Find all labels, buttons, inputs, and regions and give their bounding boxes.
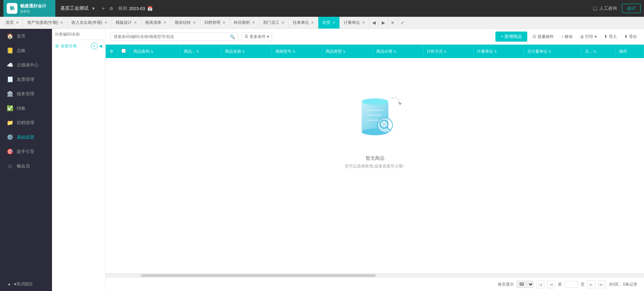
- th-unit[interactable]: 计量单位 ⇅: [473, 45, 524, 58]
- sort-extra-icon[interactable]: ⇅: [593, 50, 596, 53]
- tab-inventory-close-icon[interactable]: ✕: [332, 20, 335, 25]
- tab-balance-close-icon[interactable]: ✕: [60, 20, 63, 25]
- tab-bar: 首页 ✕ 资产负债表(中期) ✕ 收入支出表(年报) ✕ 模版设计 ✕ 税表清单…: [0, 17, 644, 29]
- scroll-bar-area[interactable]: [106, 273, 644, 277]
- add-product-button[interactable]: + 新增商品: [495, 32, 527, 42]
- sort-unit-icon[interactable]: ⇅: [494, 50, 497, 53]
- th-main-unit[interactable]: 主计量单位 ⇅: [524, 45, 582, 58]
- page-number-input[interactable]: 1: [565, 281, 578, 288]
- tab-counterparty[interactable]: 往来单位 ✕: [289, 17, 318, 29]
- add-workspace-icon[interactable]: ＋: [101, 5, 106, 12]
- tab-template-close-icon[interactable]: ✕: [134, 20, 137, 25]
- sidebar-item-settings[interactable]: ⚙️ 基础设置: [0, 130, 52, 144]
- sort-type-icon[interactable]: ⇅: [343, 50, 345, 53]
- move-button[interactable]: ↕ 移动: [559, 33, 575, 41]
- category-collapse-icon[interactable]: ◀: [99, 44, 102, 48]
- print-button[interactable]: 🖨 打印 ▾: [578, 33, 599, 41]
- th-spec[interactable]: 规格型号 ⇅: [272, 45, 322, 58]
- last-page-button[interactable]: ▶|: [598, 280, 606, 288]
- tab-department[interactable]: 部门员工 ✕: [259, 17, 289, 29]
- sidebar-collapse-button[interactable]: ◄ ◄取消固定: [0, 277, 52, 291]
- tab-subject-init[interactable]: 科目期初 ✕: [230, 17, 259, 29]
- tab-dept-close-icon[interactable]: ✕: [281, 20, 284, 25]
- sidebar-item-membership[interactable]: ◇ 畅会员: [0, 159, 52, 173]
- sort-price-icon[interactable]: ⇅: [444, 50, 446, 53]
- tax-icon: 🏛️: [7, 91, 13, 97]
- tab-home[interactable]: 首页 ✕: [2, 17, 23, 29]
- sort-spec-icon[interactable]: ⇅: [292, 50, 295, 53]
- table-settings-icon[interactable]: ⚙: [110, 49, 113, 54]
- th-product-name[interactable]: 商品名称 ⇅: [222, 45, 272, 58]
- tab-period-close[interactable]: 期末结转 ✕: [171, 17, 200, 29]
- tab-tax-list[interactable]: 税表清单 ✕: [141, 17, 171, 29]
- tab-unit[interactable]: 计量单位 ✕: [340, 17, 369, 29]
- th-extra[interactable]: 主... ⇅: [582, 45, 615, 58]
- top-bar: 畅 畅捷通好会计 旗舰版 基层工会测试 ▼ ＋ ⚙ 账期 2023-03 📅 🎧…: [0, 0, 644, 17]
- sidebar-item-close-account[interactable]: ✅ 结账: [0, 101, 52, 115]
- workspace-dropdown-icon[interactable]: ▼: [91, 6, 96, 11]
- tab-prev-icon[interactable]: ◀: [369, 17, 379, 29]
- sort-cat-icon[interactable]: ⇅: [393, 50, 396, 53]
- th-product-code[interactable]: 商品... ⇅: [180, 45, 222, 58]
- product-search-box[interactable]: 🔍: [111, 33, 238, 41]
- th-price-method[interactable]: 计价方式 ⇅: [423, 45, 473, 58]
- account-button[interactable]: 会计: [622, 4, 641, 13]
- tab-subject-close-icon[interactable]: ✕: [252, 20, 255, 25]
- sidebar-item-cloud-report[interactable]: ☁️ 云报表中心: [0, 58, 52, 72]
- page-size-select[interactable]: 50 100 200: [517, 281, 534, 288]
- product-table: ⚙ 商品条码 ⇅: [106, 45, 644, 58]
- sidebar-item-invoice[interactable]: 🧾 发票管理: [0, 72, 52, 87]
- tab-unit-close-icon[interactable]: ✕: [362, 20, 365, 25]
- next-page-button[interactable]: ▶: [587, 280, 595, 288]
- th-checkbox[interactable]: [118, 45, 130, 58]
- select-all-checkbox[interactable]: [121, 49, 126, 53]
- calendar-icon[interactable]: 📅: [147, 6, 153, 11]
- product-search-input[interactable]: [114, 34, 228, 39]
- th-settings[interactable]: ⚙: [106, 45, 118, 58]
- sort-main-unit-icon[interactable]: ⇅: [548, 50, 551, 53]
- tab-period-close-icon[interactable]: ✕: [193, 20, 196, 25]
- category-edit-icon[interactable]: ✎: [91, 43, 98, 49]
- tab-archive-close-icon[interactable]: ✕: [222, 20, 225, 25]
- sort-name-icon[interactable]: ⇅: [242, 50, 245, 53]
- page-label: 第: [558, 282, 562, 287]
- category-all-item[interactable]: ⊞ 全部分类 ✎ ◀: [52, 40, 105, 52]
- tab-template[interactable]: 模版设计 ✕: [112, 17, 141, 29]
- tab-expand-icon[interactable]: ⤢: [397, 17, 407, 29]
- total-label: 共0页，0条记录: [609, 282, 637, 287]
- first-page-button[interactable]: |◀: [536, 280, 544, 288]
- sort-barcode-icon[interactable]: ⇅: [151, 50, 153, 53]
- prev-page-button[interactable]: ◀: [547, 280, 555, 288]
- th-product-type[interactable]: 商品类型 ⇅: [322, 45, 373, 58]
- tab-archive[interactable]: 归档管理 ✕: [200, 17, 230, 29]
- service-button[interactable]: 🎧 人工咨询: [592, 5, 617, 11]
- th-product-category[interactable]: 商品分类 ⇅: [373, 45, 423, 58]
- tab-home-close-icon[interactable]: ✕: [16, 20, 19, 25]
- sidebar-item-archive[interactable]: 📁 归档管理: [0, 115, 52, 130]
- category-search-input[interactable]: [55, 32, 105, 37]
- sidebar-item-guide[interactable]: 🎯 新手引导: [0, 144, 52, 159]
- sort-code-icon[interactable]: ⇅: [196, 50, 199, 53]
- product-search-icon[interactable]: 🔍: [230, 34, 235, 39]
- tab-inventory[interactable]: 存货 ✕: [318, 17, 340, 29]
- pagination: 每页显示 50 100 200 |◀ ◀ 第 1 页 ▶ ▶| 共0页，0条记录: [106, 277, 644, 291]
- tab-tax-close-icon[interactable]: ✕: [163, 20, 166, 25]
- th-barcode[interactable]: 商品条码 ⇅: [130, 45, 180, 58]
- export-icon: ⬇: [624, 34, 628, 39]
- tab-income-statement[interactable]: 收入支出表(年报) ✕: [67, 17, 112, 29]
- tab-balance-sheet[interactable]: 资产负债表(中期) ✕: [23, 17, 67, 29]
- workspace-settings-icon[interactable]: ⚙: [109, 6, 113, 11]
- tab-close-all-icon[interactable]: ✕: [388, 17, 397, 29]
- sidebar-item-home[interactable]: 🏠 首页: [0, 29, 52, 43]
- horizontal-scrollbar-thumb[interactable]: [141, 274, 376, 277]
- sidebar-item-tax[interactable]: 🏛️ 税务管理: [0, 87, 52, 101]
- tab-next-icon[interactable]: ▶: [379, 17, 388, 29]
- toolbar-right: + 新增商品 ☑ 批量操作 ↕ 移动 🖨 打印 ▾: [495, 32, 639, 42]
- export-button[interactable]: ⬇ 导出: [622, 33, 639, 41]
- sidebar-item-ledger[interactable]: 📒 总账: [0, 43, 52, 58]
- import-button[interactable]: ⬆ 导入: [602, 33, 619, 41]
- more-filter-button[interactable]: ☰ 更多条件 ▾: [241, 32, 272, 41]
- tab-income-close-icon[interactable]: ✕: [104, 20, 107, 25]
- batch-operation-button[interactable]: ☑ 批量操作: [531, 33, 556, 41]
- tab-counter-close-icon[interactable]: ✕: [311, 20, 314, 25]
